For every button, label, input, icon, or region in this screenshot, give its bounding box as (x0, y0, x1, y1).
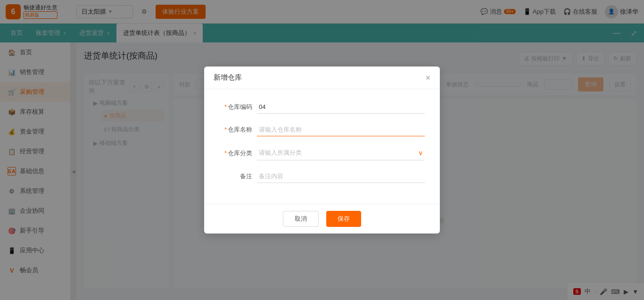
form-row-code: 仓库编码 (219, 100, 425, 114)
modal-close-button[interactable]: × (425, 74, 430, 82)
category-arrow-icon: ∨ (418, 149, 423, 157)
note-input[interactable] (257, 170, 425, 183)
form-row-name: 仓库名称 (219, 123, 425, 136)
name-label: 仓库名称 (219, 125, 257, 134)
name-input[interactable] (257, 123, 425, 136)
modal-overlay[interactable]: 新增仓库 × 仓库编码 仓库名称 仓库分类 请输入所属分类 ∨ (0, 0, 644, 300)
modal-add-warehouse: 新增仓库 × 仓库编码 仓库名称 仓库分类 请输入所属分类 ∨ (204, 67, 440, 233)
note-label: 备注 (219, 172, 257, 181)
modal-footer: 取消 保存 (204, 204, 440, 233)
category-label: 仓库分类 (219, 149, 257, 158)
modal-title: 新增仓库 (214, 73, 242, 82)
category-placeholder: 请输入所属分类 (259, 149, 418, 157)
form-row-note: 备注 (219, 170, 425, 183)
code-input[interactable] (257, 100, 425, 114)
modal-header: 新增仓库 × (204, 67, 440, 89)
category-select[interactable]: 请输入所属分类 ∨ (257, 146, 425, 160)
modal-body: 仓库编码 仓库名称 仓库分类 请输入所属分类 ∨ 备注 (204, 89, 440, 204)
cancel-button[interactable]: 取消 (283, 211, 319, 227)
code-label: 仓库编码 (219, 103, 257, 111)
save-button[interactable]: 保存 (326, 211, 361, 227)
form-row-category: 仓库分类 请输入所属分类 ∨ (219, 146, 425, 160)
